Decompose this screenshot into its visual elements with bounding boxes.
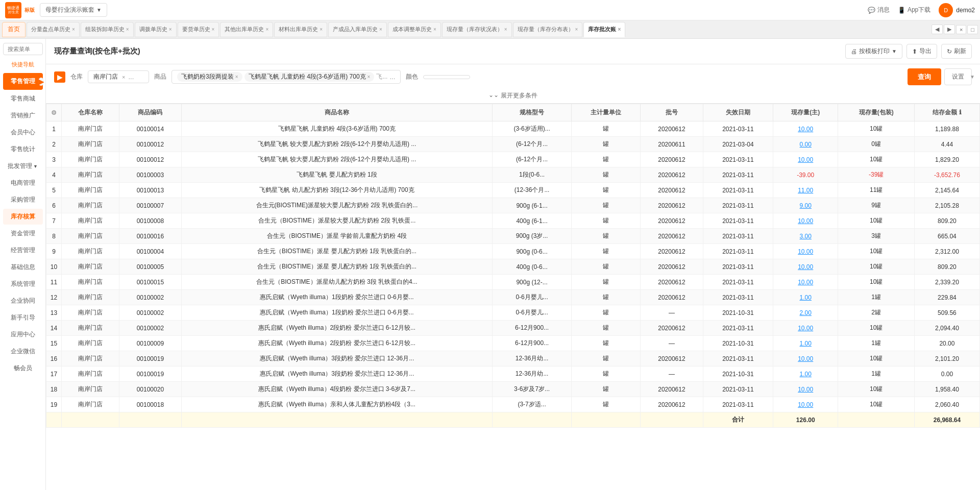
tab-diaobodanls[interactable]: 调拨单历史 × (135, 22, 177, 37)
tab-maximize-btn[interactable]: □ (967, 25, 978, 34)
product-label: 商品 (154, 72, 166, 81)
sidebar-item-changhui[interactable]: 畅会员 (3, 360, 43, 376)
tab-close-icon[interactable]: × (618, 27, 621, 32)
user-avatar[interactable]: D demo2 (939, 3, 975, 17)
search-input[interactable] (3, 43, 43, 55)
tab-fenliangpan[interactable]: 分量盘点单历史 × (27, 22, 80, 37)
more-dots-icon: ... (389, 73, 395, 81)
table-row: 8南岸门店00100016合生元（BIOSTIME）派星 学龄前儿童配方奶粉 4… (46, 229, 980, 244)
sidebar-item-sys[interactable]: 系统管理 (3, 276, 43, 292)
message-btn[interactable]: 💬 消息 (868, 6, 890, 14)
tab-stockdist[interactable]: 现存量（库存分布表） × (513, 22, 583, 37)
chevron-down-expand-icon: ⌄⌄ (488, 91, 499, 100)
org-selector[interactable]: 母婴行业演示账套 ▼ (40, 3, 107, 17)
tab-stockstatus[interactable]: 现存量（库存状况表） × (442, 22, 512, 37)
close-warehouse-icon[interactable]: × (122, 74, 125, 80)
tab-prev-btn[interactable]: ◀ (932, 24, 943, 34)
table-settings-icon[interactable]: ⚙ (51, 109, 57, 116)
sidebar-item-marketing[interactable]: 营销推广 (3, 108, 43, 124)
total-row: 合计126.0026,968.64 (46, 412, 980, 428)
warehouse-selector[interactable]: 南岸门店 × ... (88, 70, 149, 83)
table-row: 18南岸门店00100020惠氏启赋（Wyeth illuma）4段奶粉 爱尔兰… (46, 382, 980, 397)
chevron-down-icon2: ▼ (33, 164, 38, 169)
tab-close-icon[interactable]: × (265, 27, 268, 32)
page-title: 现存量查询(按仓库+批次) (54, 46, 140, 56)
sidebar: 快捷导航 零售管理 ▶ 零售商城 营销推广 会员中心 零售统计 批发管理▼ 电商… (0, 39, 46, 490)
table-row: 12南岸门店00100002惠氏启赋（Wyeth illuma）1段奶粉 爱尔兰… (46, 290, 980, 305)
message-icon: 💬 (868, 7, 875, 14)
col-code: 商品编码 (119, 104, 182, 121)
tab-next-btn[interactable]: ▶ (944, 24, 955, 34)
tab-close-icon[interactable]: × (379, 27, 382, 32)
tab-zuchaichai[interactable]: 组装拆卸单历史 × (81, 22, 134, 37)
col-expire: 失效日期 (703, 104, 773, 121)
tab-home[interactable]: 首页 (2, 22, 26, 37)
tab-close-icon[interactable]: × (72, 27, 75, 32)
tab-close-icon[interactable]: × (504, 27, 507, 32)
sidebar-item-wechat[interactable]: 企业微信 (3, 344, 43, 359)
sidebar-item-ecommerce[interactable]: 电商管理 (3, 175, 43, 191)
expand-more-row[interactable]: ⌄⌄ 展开更多条件 (54, 89, 972, 103)
page-header: 现存量查询(按仓库+批次) 🖨 按模板打印 ▼ ⬆ 导出 ↻ 刷新 (46, 39, 980, 64)
tab-yaohuo[interactable]: 要货单历史 × (178, 22, 219, 37)
table-row: 11南岸门店00100015合生元（BIOSTIME）派星幼儿配方奶粉 3段 乳… (46, 275, 980, 290)
sidebar-item-retail[interactable]: 零售管理 ▶ (3, 73, 43, 90)
tab-batchstock[interactable]: 库存批次账 × (583, 22, 625, 37)
sidebar-item-basic[interactable]: 基础信息 (3, 259, 43, 275)
sidebar-item-retailshop[interactable]: 零售商城 (3, 91, 43, 107)
tab-close-icon[interactable]: × (433, 27, 436, 32)
tab-otherout[interactable]: 其他出库单历史 × (220, 22, 273, 37)
app-download-btn[interactable]: 📱 App下载 (898, 6, 930, 14)
logo: 畅捷通 好生意 标版 (5, 2, 35, 18)
tab-close-icon[interactable]: × (212, 27, 215, 32)
table-row: 13南岸门店00100002惠氏启赋（Wyeth illuma）1段奶粉 爱尔兰… (46, 305, 980, 321)
table-row: 1南岸门店00100014飞鹤星飞帆 儿童奶粉 4段(3-6岁适用) 700克(… (46, 121, 980, 137)
more-icon: ... (128, 73, 134, 81)
tab-close-icon[interactable]: × (169, 27, 172, 32)
color-label: 颜色 (406, 72, 418, 81)
expand-filter-btn[interactable]: ▶ (54, 71, 65, 83)
warehouse-label: 仓库 (70, 72, 83, 81)
table-row: 9南岸门店00100004合生元（BIOSTIME）派星 婴儿配方奶粉 1段 乳… (46, 244, 980, 259)
tab-close-icon[interactable]: × (126, 27, 129, 32)
col-qty-main: 现存量(主) (773, 104, 838, 121)
sidebar-item-member[interactable]: 会员中心 (3, 125, 43, 140)
sidebar-item-wholesale[interactable]: 批发管理▼ (3, 158, 43, 174)
sidebar-item-stockaudit[interactable]: 库存核算 (3, 209, 43, 225)
sidebar-item-biz[interactable]: 经营管理 (3, 242, 43, 258)
close-tag-icon[interactable]: × (235, 74, 238, 80)
sidebar-item-collab[interactable]: 企业协同 (3, 293, 43, 309)
query-btn[interactable]: 查询 (908, 68, 941, 85)
table-row: 5南岸门店00100013飞鹤星飞帆 幼儿配方奶粉 3段(12-36个月幼儿适用… (46, 183, 980, 198)
table-row: 15南岸门店00100009惠氏启赋（Wyeth illuma）2段奶粉 爱尔兰… (46, 336, 980, 351)
print-btn[interactable]: 🖨 按模板打印 ▼ (845, 44, 902, 59)
refresh-icon: ↻ (947, 48, 952, 55)
tab-costadj[interactable]: 成本调整单历史 × (388, 22, 441, 37)
tab-close-all-btn[interactable]: × (956, 25, 966, 34)
sidebar-quick-nav[interactable]: 快捷导航 (8, 59, 38, 70)
sidebar-item-appstore[interactable]: 应用中心 (3, 327, 43, 342)
tab-close-icon[interactable]: × (320, 27, 323, 32)
close-tag-icon2[interactable]: × (368, 74, 371, 80)
table-row: 3南岸门店00100012飞鹤星飞帆 较大婴儿配方奶粉 2段(6-12个月婴幼儿… (46, 152, 980, 167)
export-btn[interactable]: ⬆ 导出 (906, 44, 937, 59)
product-selector[interactable]: 飞鹤奶粉3段两提装 × 飞鹤星飞帆 儿童奶粉 4段(3-6岁适用) 700克 ×… (172, 70, 401, 84)
table-row: 6南岸门店00100007合生元(BIOSTIME)派星较大婴儿配方奶粉 2段 … (46, 198, 980, 213)
tab-materialout[interactable]: 材料出库单历史 × (274, 22, 327, 37)
sidebar-item-newguide[interactable]: 新手引导 (3, 310, 43, 326)
arrow-right-icon: ▶ (38, 78, 44, 86)
table-row: 16南岸门店00100019惠氏启赋（Wyeth illuma）3段奶粉 爱尔兰… (46, 351, 980, 366)
table-row: 4南岸门店00100003飞鹤星飞帆 婴儿配方奶粉 1段1段(0-6...罐20… (46, 167, 980, 183)
color-selector[interactable]: ▼ (423, 75, 470, 79)
settings-btn[interactable]: 设置 (944, 68, 972, 85)
sidebar-item-purchase[interactable]: 采购管理 (3, 192, 43, 208)
tab-close-icon[interactable]: × (575, 27, 578, 32)
table-row: 14南岸门店00100002惠氏启赋（Wyeth illuma）2段奶粉 爱尔兰… (46, 321, 980, 336)
filter-bar: ▶ 仓库 南岸门店 × ... 商品 飞鹤奶粉3段两提装 × (46, 64, 980, 104)
refresh-btn[interactable]: ↻ 刷新 (941, 44, 972, 59)
col-batch: 批号 (641, 104, 703, 121)
tab-productsin[interactable]: 产成品入库单历史 × (328, 22, 387, 37)
sidebar-item-retailstat[interactable]: 零售统计 (3, 141, 43, 157)
sidebar-item-finance[interactable]: 资金管理 (3, 226, 43, 241)
table-row: 7南岸门店00100008合生元（BIOSTIME）派星较大婴儿配方奶粉 2段 … (46, 213, 980, 229)
